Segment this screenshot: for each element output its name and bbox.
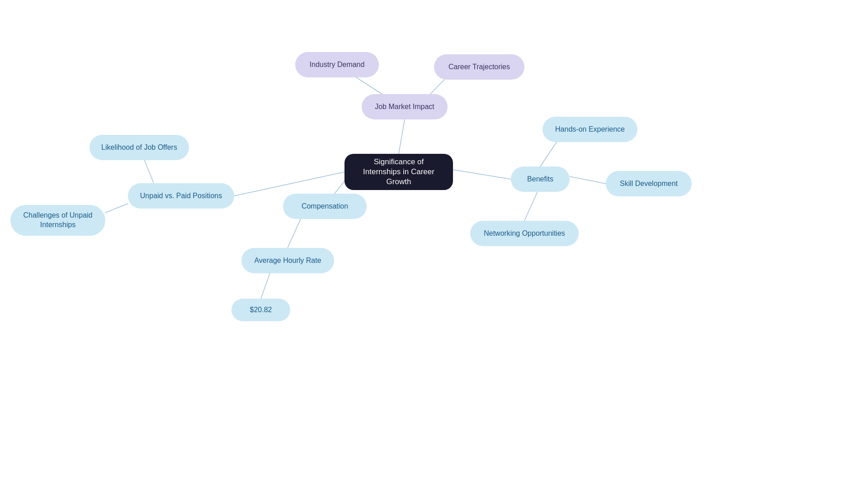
compensation-node: Compensation <box>283 194 367 219</box>
svg-line-8 <box>288 219 301 248</box>
likelihood-job-offers-node: Likelihood of Job Offers <box>90 135 189 160</box>
skill-development-node: Skill Development <box>606 171 692 196</box>
job-market-impact-node: Job Market Impact <box>362 94 448 119</box>
challenges-unpaid-internships-node: Challenges of Unpaid Internships <box>10 205 105 236</box>
svg-line-0 <box>399 119 405 154</box>
industry-demand-node: Industry Demand <box>295 52 379 77</box>
svg-line-9 <box>261 273 270 299</box>
svg-line-5 <box>570 176 606 184</box>
average-hourly-rate-node: Average Hourly Rate <box>241 248 334 273</box>
svg-line-3 <box>453 170 511 179</box>
networking-opportunities-node: Networking Opportunities <box>470 221 579 246</box>
dollar-amount-node: $20.82 <box>231 299 290 321</box>
svg-line-10 <box>234 172 344 196</box>
unpaid-vs-paid-node: Unpaid vs. Paid Positions <box>128 183 234 209</box>
career-trajectories-node: Career Trajectories <box>434 54 524 80</box>
benefits-node: Benefits <box>511 167 570 192</box>
svg-line-12 <box>105 204 128 213</box>
center-node: Significance of Internships in Career Gr… <box>344 154 453 190</box>
hands-on-experience-node: Hands-on Experience <box>542 117 637 142</box>
